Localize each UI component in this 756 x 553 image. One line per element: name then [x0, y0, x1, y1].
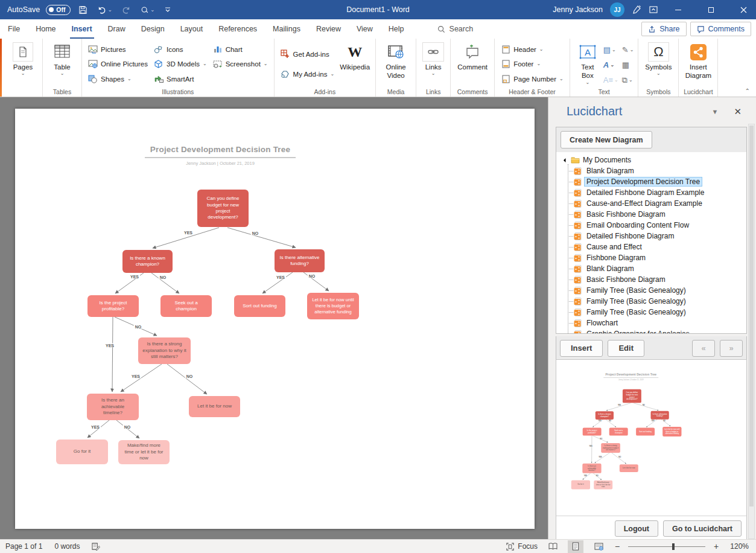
goto-lucidchart-button[interactable]: Go to Lucidchart [663, 520, 742, 537]
edit-button[interactable]: Edit [608, 340, 644, 357]
pictures-button[interactable]: Pictures [86, 42, 150, 56]
comment-button[interactable]: Comment [454, 41, 491, 71]
chart-button[interactable]: Chart [211, 42, 270, 56]
shapes-button[interactable]: Shapes ⌄ [86, 72, 150, 86]
tree-item[interactable]: Cause and Effect [568, 241, 746, 252]
date-time-button[interactable]: ▦ [622, 60, 634, 69]
tree-item[interactable]: Family Tree (Basic Genealogy) [568, 285, 746, 296]
tree-item[interactable]: Graphic Organizer for Analogies [568, 328, 746, 333]
zoom-in-button[interactable]: + [713, 542, 720, 551]
tab-draw[interactable]: Draw [100, 19, 133, 39]
undo-icon[interactable]: ⌄ [95, 3, 114, 16]
pane-scrollbar[interactable] [748, 124, 755, 539]
smartart-button[interactable]: SmartArt [152, 72, 209, 86]
tree-item[interactable]: Fishbone Diagram [568, 252, 746, 263]
print-layout-button[interactable] [568, 540, 583, 553]
get-addins-button[interactable]: Get Add-ins [279, 47, 337, 61]
pages-chevron-icon: ⌄ [21, 71, 25, 76]
pages-button[interactable]: Pages ⌄ [7, 41, 39, 76]
tab-help[interactable]: Help [381, 19, 412, 39]
web-layout-button[interactable] [591, 540, 606, 553]
wordart-button[interactable]: A⌄ [603, 60, 618, 69]
footer-button[interactable]: Footer ⌄ [499, 57, 565, 71]
tree-item[interactable]: Cause-and-Effect Diagram Example [568, 198, 746, 209]
tree-item[interactable]: Email Onboarding Content Flow [568, 220, 746, 231]
symbols-button[interactable]: Ω Symbols ⌄ [641, 41, 675, 76]
tab-mailings[interactable]: Mailings [265, 19, 308, 39]
minimize-button[interactable] [665, 0, 691, 19]
search-box[interactable]: Search [437, 19, 474, 39]
document-page[interactable]: Project Development Decision Tree Jenny … [15, 109, 535, 529]
redo-icon[interactable] [120, 3, 133, 16]
ink-pen-icon[interactable] [632, 5, 641, 14]
prev-page-button[interactable]: « [692, 340, 715, 357]
tree-item[interactable]: Basic Fishbone Diagram [568, 274, 746, 285]
drop-cap-button[interactable]: A≡⌄ [603, 75, 618, 85]
zoom-level[interactable]: 120% [727, 542, 749, 551]
online-video-button[interactable]: Online Video [379, 41, 413, 80]
signature-line-button[interactable]: ✎⌄ [622, 45, 634, 54]
proofing-icon[interactable] [92, 542, 100, 551]
read-mode-button[interactable] [545, 540, 561, 553]
tab-review[interactable]: Review [308, 19, 349, 39]
logout-button[interactable]: Logout [615, 520, 658, 537]
tree-item[interactable]: Blank Diagram [568, 263, 746, 274]
tab-home[interactable]: Home [28, 19, 63, 39]
table-button[interactable]: Table ⌄ [46, 41, 78, 76]
my-documents-folder[interactable]: My Documents [562, 155, 746, 165]
comments-button[interactable]: Comments [690, 22, 751, 36]
share-button[interactable]: Share [641, 22, 686, 36]
pane-close-icon[interactable]: ✕ [734, 106, 742, 117]
save-icon[interactable] [77, 3, 89, 16]
page-indicator[interactable]: Page 1 of 1 [5, 542, 42, 551]
tree-item[interactable]: Detailed Fishbone Diagram Example [568, 187, 746, 198]
tab-design[interactable]: Design [133, 19, 173, 39]
user-name[interactable]: Jenny Jackson [553, 5, 603, 14]
autosave-toggle[interactable]: Off [46, 5, 71, 15]
tab-file[interactable]: File [0, 19, 28, 39]
document-canvas[interactable]: Project Development Decision Tree Jenny … [0, 97, 548, 539]
wikipedia-button[interactable]: W Wikipedia [337, 41, 372, 71]
insert-button[interactable]: Insert [560, 340, 603, 357]
insert-diagram-button[interactable]: Insert Diagram [682, 41, 714, 80]
focus-mode-button[interactable]: Focus [506, 542, 538, 551]
object-button[interactable]: ⧉⌄ [622, 75, 634, 85]
collapse-ribbon-icon[interactable]: ⌃ [745, 88, 750, 94]
tree-item[interactable]: Family Tree (Basic Genealogy) [568, 307, 746, 318]
pane-menu-chevron-icon[interactable]: ▼ [712, 108, 719, 115]
tab-insert[interactable]: Insert [64, 19, 100, 39]
tree-item[interactable]: Flowchart [568, 318, 746, 328]
tree-item[interactable]: Project Development Decision Tree [568, 176, 746, 187]
my-addins-button[interactable]: My Add-ins ⌄ [279, 67, 337, 81]
tree-item[interactable]: Basic Fishbone Diagram [568, 209, 746, 220]
customize-quick-access-icon[interactable] [162, 3, 173, 16]
zoom-slider-handle[interactable] [672, 543, 675, 550]
tab-view[interactable]: View [349, 19, 381, 39]
tree-item[interactable]: Blank Diagram [568, 165, 746, 176]
tree-expander-icon[interactable] [564, 158, 568, 162]
avatar[interactable]: JJ [610, 2, 624, 17]
ribbon-display-options-icon[interactable] [649, 5, 658, 14]
quick-parts-button[interactable]: ▤⌄ [603, 45, 618, 54]
page-number-button[interactable]: # Page Number ⌄ [499, 72, 565, 86]
3d-models-button[interactable]: 3D Models ⌄ [152, 57, 209, 71]
tab-layout[interactable]: Layout [173, 19, 211, 39]
zoom-slider[interactable] [628, 546, 705, 547]
word-count[interactable]: 0 words [54, 542, 80, 551]
tree-item[interactable]: Detailed Fishbone Diagram [568, 231, 746, 241]
icons-button[interactable]: Icons [152, 42, 209, 56]
create-new-diagram-button[interactable]: Create New Diagram [561, 131, 652, 149]
maximize-button[interactable] [698, 0, 723, 19]
touch-mouse-mode-icon[interactable]: ⌄ [139, 3, 157, 16]
pane-scrollbar-thumb[interactable] [749, 126, 754, 507]
tree-item[interactable]: Family Tree (Basic Genealogy) [568, 296, 746, 307]
tab-references[interactable]: References [211, 19, 265, 39]
text-box-button[interactable]: A Text Box ⌄ [573, 41, 602, 85]
close-button[interactable] [731, 0, 756, 19]
zoom-out-button[interactable]: − [614, 542, 621, 551]
screenshot-button[interactable]: Screenshot ⌄ [211, 57, 270, 71]
links-button[interactable]: Links ⌄ [419, 41, 447, 76]
online-pictures-button[interactable]: Online Pictures [86, 57, 150, 71]
header-button[interactable]: Header ⌄ [499, 42, 565, 56]
next-page-button[interactable]: » [720, 340, 743, 357]
